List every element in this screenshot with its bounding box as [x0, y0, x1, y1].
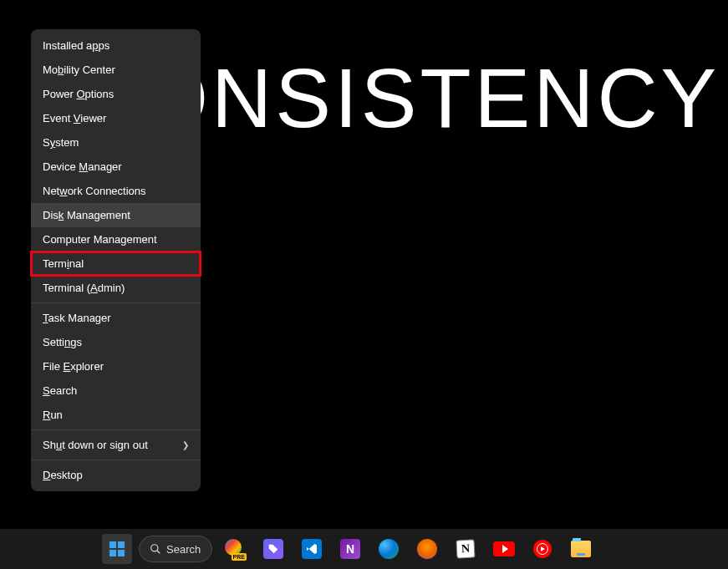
menu-item-event-viewer[interactable]: Event Viewer [31, 106, 201, 130]
windows-logo-icon [109, 541, 125, 556]
menu-item-power-options[interactable]: Power Options [31, 82, 201, 106]
vscode-icon [302, 539, 322, 559]
menu-item-shutdown-signout[interactable]: Shut down or sign out ❯ [31, 433, 201, 457]
taskbar-edge[interactable] [373, 533, 405, 565]
menu-item-search[interactable]: Search [31, 378, 201, 403]
taskbar-firefox[interactable] [411, 533, 443, 565]
taskbar-onenote[interactable]: N [334, 533, 366, 565]
menu-item-settings[interactable]: Settings [31, 330, 201, 354]
menu-item-network-connections[interactable]: Network Connections [31, 179, 201, 203]
winx-context-menu: Installed apps Mobility Center Power Opt… [31, 29, 201, 491]
menu-separator [31, 429, 201, 430]
menu-item-file-explorer[interactable]: File Explorer [31, 354, 201, 378]
app-icon [263, 539, 283, 559]
taskbar-vscode[interactable] [296, 533, 328, 565]
copilot-icon: PRE [225, 539, 245, 559]
start-button[interactable] [102, 534, 132, 564]
youtube-music-icon [533, 540, 552, 558]
taskbar-copilot[interactable]: PRE [219, 533, 251, 565]
youtube-icon [493, 541, 515, 556]
taskbar: Search PRE N N [0, 529, 728, 569]
search-placeholder: Search [166, 543, 201, 556]
edge-icon [379, 539, 399, 559]
menu-item-task-manager[interactable]: Task Manager [31, 306, 201, 330]
onenote-icon: N [340, 539, 360, 559]
taskbar-app-generic[interactable] [257, 533, 289, 565]
menu-item-terminal[interactable]: Terminal [31, 251, 201, 276]
taskbar-search[interactable]: Search [139, 536, 212, 562]
taskbar-file-explorer[interactable] [565, 533, 597, 565]
firefox-icon [417, 539, 437, 559]
menu-item-device-manager[interactable]: Device Manager [31, 155, 201, 179]
menu-item-desktop[interactable]: Desktop [31, 463, 201, 487]
file-explorer-icon [571, 541, 591, 557]
menu-item-installed-apps[interactable]: Installed apps [31, 33, 201, 58]
svg-point-0 [151, 545, 158, 551]
menu-item-terminal-admin[interactable]: Terminal (Admin) [31, 276, 201, 300]
chevron-right-icon: ❯ [182, 440, 189, 450]
menu-item-mobility-center[interactable]: Mobility Center [31, 58, 201, 82]
taskbar-youtube-music[interactable] [527, 533, 558, 565]
notion-icon: N [456, 539, 475, 558]
menu-item-computer-management[interactable]: Computer Management [31, 227, 201, 251]
menu-separator [31, 460, 201, 460]
taskbar-youtube[interactable] [488, 533, 520, 565]
menu-separator [31, 302, 201, 303]
svg-line-1 [157, 551, 160, 554]
taskbar-notion[interactable]: N [450, 533, 481, 565]
search-icon [150, 543, 161, 555]
menu-item-disk-management[interactable]: Disk Management [31, 203, 201, 227]
menu-item-system[interactable]: System [31, 130, 201, 155]
menu-item-run[interactable]: Run [31, 403, 201, 427]
